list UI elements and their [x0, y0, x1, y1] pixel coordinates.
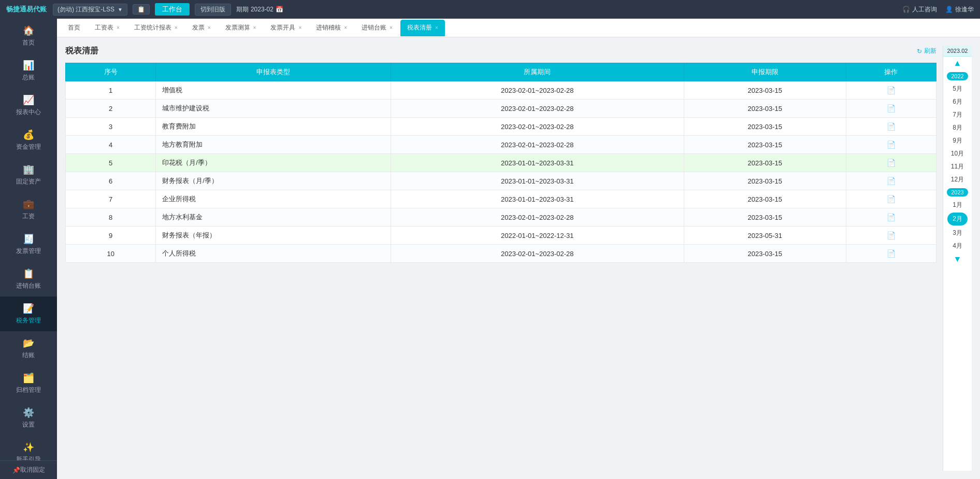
sidebar-item-fund[interactable]: 💰资金管理 [0, 123, 57, 158]
month-2023-3月[interactable]: 3月 [943, 227, 972, 240]
company-selector[interactable]: (勿动) 江西报宝-LSS ▼ [53, 4, 127, 16]
sidebar-footer[interactable]: 📌 取消固定 [0, 460, 57, 479]
row-type: 财务报表（月/季） [156, 172, 391, 190]
row-deadline: 2023-03-15 [684, 81, 846, 100]
row-action[interactable]: 📄 [846, 81, 936, 100]
sidebar-item-fixed[interactable]: 🏢固定资产 [0, 158, 57, 192]
row-no: 4 [66, 136, 156, 154]
tab-invoice[interactable]: 发票× [185, 20, 218, 36]
right-panel-header: 2023.02 [943, 46, 972, 57]
row-action[interactable]: 📄 [846, 208, 936, 227]
row-action[interactable]: 📄 [846, 190, 936, 208]
month-2022-12月[interactable]: 12月 [943, 173, 972, 186]
row-action[interactable]: 📄 [846, 136, 936, 154]
tab-close-invoice[interactable]: × [208, 25, 211, 31]
main-layout: 🏠首页📊总账📈报表中心💰资金管理🏢固定资产💼工资🧾发票管理📋进销台账📝税务管理📂… [0, 19, 980, 479]
row-action[interactable]: 📄 [846, 100, 936, 118]
calendar-icon[interactable]: 📅 [276, 6, 283, 13]
tab-wage-report[interactable]: 工资统计报表× [127, 20, 184, 36]
month-2023-1月[interactable]: 1月 [943, 199, 972, 212]
month-2022-7月[interactable]: 7月 [943, 108, 972, 121]
settle-icon: 📂 [23, 337, 34, 349]
sidebar-item-label: 结账 [22, 351, 35, 360]
sidebar-item-label: 总账 [22, 73, 35, 82]
tab-label: 进销台账 [362, 23, 386, 32]
view-icon[interactable]: 📄 [887, 195, 896, 203]
view-icon[interactable]: 📄 [887, 249, 896, 258]
switch-old-button[interactable]: 切到旧版 [195, 4, 231, 16]
tab-tax-list[interactable]: 税表清册× [400, 20, 445, 36]
row-period: 2023-01-01~2023-03-31 [391, 190, 684, 208]
table-row: 4 地方教育附加 2023-02-01~2023-02-28 2023-03-1… [66, 136, 936, 154]
month-2022-10月[interactable]: 10月 [943, 147, 972, 160]
row-no: 8 [66, 208, 156, 227]
sidebar-item-tax[interactable]: 📝税务管理 [0, 297, 57, 331]
tab-close-tax-list[interactable]: × [435, 25, 438, 31]
row-action[interactable]: 📄 [846, 118, 936, 136]
tab-close-wage-report[interactable]: × [175, 25, 178, 31]
scroll-down-icon[interactable]: ▼ [952, 252, 964, 266]
year-badge-2023[interactable]: 2023 [947, 188, 968, 196]
tab-home[interactable]: 首页 [61, 20, 87, 36]
tab-close-invoice-open[interactable]: × [298, 25, 301, 31]
view-icon[interactable]: 📄 [887, 177, 896, 185]
view-icon[interactable]: 📄 [887, 231, 896, 240]
sidebar-item-label: 设置 [22, 420, 35, 429]
table-col-header: 申报表类型 [156, 63, 391, 81]
year-badge-2022[interactable]: 2022 [947, 72, 968, 80]
workbench-button[interactable]: 工作台 [155, 3, 190, 16]
sidebar-item-archive[interactable]: 🗂️归档管理 [0, 366, 57, 401]
copy-icon-btn[interactable]: 📋 [133, 4, 150, 15]
row-deadline: 2023-03-15 [684, 118, 846, 136]
view-icon[interactable]: 📄 [887, 213, 896, 221]
month-2022-6月[interactable]: 6月 [943, 95, 972, 108]
table-row: 3 教育费附加 2023-02-01~2023-02-28 2023-03-15… [66, 118, 936, 136]
tab-close-purchase-check[interactable]: × [344, 25, 347, 31]
sidebar-item-purchase[interactable]: 📋进销台账 [0, 262, 57, 297]
table-wrapper: 序号申报表类型所属期间申报期限操作 1 增值税 2023-02-01~2023-… [65, 63, 936, 471]
row-action[interactable]: 📄 [846, 227, 936, 245]
sidebar-item-ledger[interactable]: 📊总账 [0, 53, 57, 88]
tab-invoice-calc[interactable]: 发票测算× [219, 20, 263, 36]
tab-purchase-check[interactable]: 进销稽核× [309, 20, 354, 36]
row-action[interactable]: 📄 [846, 245, 936, 263]
view-icon[interactable]: 📄 [887, 159, 896, 167]
sidebar-item-wage[interactable]: 💼工资 [0, 192, 57, 227]
month-2022-5月[interactable]: 5月 [943, 82, 972, 95]
sidebar-item-home[interactable]: 🏠首页 [0, 19, 57, 53]
row-no: 1 [66, 81, 156, 100]
tab-purchase-ledger[interactable]: 进销台账× [355, 20, 399, 36]
view-icon[interactable]: 📄 [887, 140, 896, 149]
avatar-icon: 👤 [945, 6, 953, 13]
month-2022-11月[interactable]: 11月 [943, 160, 972, 173]
month-2023-2月[interactable]: 2月 [947, 213, 968, 226]
view-icon[interactable]: 📄 [887, 104, 896, 112]
tab-label: 工资统计报表 [134, 23, 171, 32]
row-action[interactable]: 📄 [846, 154, 936, 172]
tab-label: 发票 [192, 23, 205, 32]
table-row: 9 财务报表（年报） 2022-01-01~2022-12-31 2023-05… [66, 227, 936, 245]
sidebar-item-report[interactable]: 📈报表中心 [0, 88, 57, 123]
refresh-button[interactable]: ↻ 刷新 [917, 47, 936, 55]
view-icon[interactable]: 📄 [887, 122, 896, 131]
sidebar-item-settle[interactable]: 📂结账 [0, 331, 57, 366]
user-menu[interactable]: 👤 徐逢华 [945, 5, 974, 14]
tab-wage[interactable]: 工资表× [88, 20, 126, 36]
tab-invoice-open[interactable]: 发票开具× [264, 20, 308, 36]
tab-close-wage[interactable]: × [117, 25, 120, 31]
month-2023-4月[interactable]: 4月 [943, 240, 972, 252]
view-icon[interactable]: 📄 [887, 86, 896, 94]
tab-label: 工资表 [95, 23, 113, 32]
month-2022-9月[interactable]: 9月 [943, 134, 972, 147]
pin-icon: 📌 [12, 467, 20, 474]
row-action[interactable]: 📄 [846, 172, 936, 190]
tab-close-purchase-ledger[interactable]: × [390, 25, 393, 31]
month-2022-8月[interactable]: 8月 [943, 121, 972, 134]
scroll-up-icon[interactable]: ▲ [952, 57, 964, 70]
table-col-header: 操作 [846, 63, 936, 81]
ai-consult-btn[interactable]: 🎧 人工咨询 [902, 5, 937, 14]
row-deadline: 2023-05-31 [684, 227, 846, 245]
sidebar-item-invoice[interactable]: 🧾发票管理 [0, 227, 57, 262]
tab-close-invoice-calc[interactable]: × [253, 25, 256, 31]
sidebar-item-settings[interactable]: ⚙️设置 [0, 401, 57, 435]
